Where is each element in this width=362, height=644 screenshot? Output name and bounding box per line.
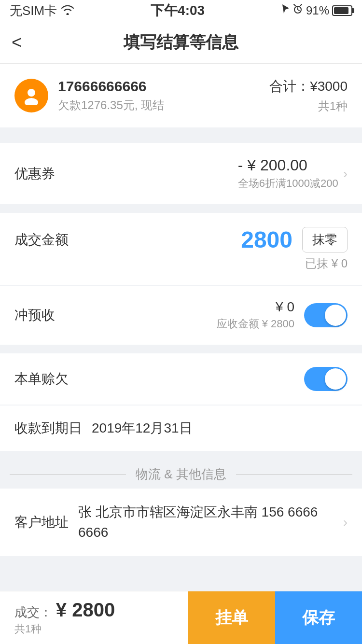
- debt-section: 本单赊欠: [0, 353, 362, 405]
- prepay-value-block: ¥ 0 应收金额 ¥ 2800: [217, 299, 294, 331]
- deal-amount-label: 成交金额: [14, 231, 69, 249]
- status-left: 无SIM卡: [10, 2, 74, 19]
- back-button[interactable]: <: [12, 32, 22, 53]
- status-time: 下午4:03: [151, 1, 205, 20]
- prepay-value: ¥ 0: [217, 299, 294, 315]
- svg-point-6: [25, 98, 38, 105]
- wifi-icon: [61, 3, 74, 18]
- divider-4: [0, 452, 362, 460]
- logistics-divider: 物流 & 其他信息: [0, 460, 362, 489]
- svg-point-5: [28, 89, 35, 97]
- avatar: [14, 79, 48, 112]
- coupon-row[interactable]: 优惠券 - ¥ 200.00 全场6折满1000减200 ›: [0, 143, 362, 204]
- alarm-icon: [292, 4, 303, 17]
- address-section[interactable]: 客户地址 张 北京市市辖区海淀区永丰南 156 6666 6666 ›: [0, 489, 362, 556]
- bottom-summary: 成交： ¥ 2800 共1种: [0, 599, 188, 636]
- coupon-arrow-icon: ›: [343, 166, 348, 182]
- coupon-discount: - ¥ 200.00: [238, 156, 338, 174]
- duedate-label: 收款到期日: [14, 419, 82, 437]
- logistics-text: 物流 & 其他信息: [136, 466, 226, 483]
- svg-line-4: [300, 4, 302, 6]
- divider-1: [0, 135, 362, 143]
- debt-toggle-knob: [325, 368, 346, 390]
- amount-right: 2800 抹零: [241, 226, 348, 253]
- toggle-knob: [325, 305, 346, 326]
- debt-toggle[interactable]: [304, 367, 348, 391]
- divider-2: [0, 205, 362, 213]
- prepay-right: ¥ 0 应收金额 ¥ 2800: [217, 299, 348, 331]
- total-types: 共1种: [269, 98, 348, 114]
- address-label: 客户地址: [14, 513, 69, 532]
- address-value: 张 北京市市辖区海淀区永丰南 156 6666 6666: [78, 502, 334, 543]
- duedate-value: 2019年12月31日: [92, 419, 193, 437]
- carrier-label: 无SIM卡: [10, 2, 57, 19]
- deal-amount-value: 2800: [241, 226, 292, 253]
- round-button[interactable]: 抹零: [302, 227, 348, 252]
- prepay-toggle[interactable]: [304, 303, 348, 327]
- battery-percentage: 91%: [306, 4, 329, 17]
- battery-icon: [332, 5, 352, 16]
- duedate-section: 收款到期日 2019年12月31日: [0, 406, 362, 451]
- bottom-types: 共1种: [14, 622, 174, 636]
- hang-button[interactable]: 挂单: [188, 591, 275, 644]
- prepay-sub: 应收金额 ¥ 2800: [217, 317, 294, 331]
- status-right: 91%: [281, 4, 352, 17]
- bottom-bar: 成交： ¥ 2800 共1种 挂单 保存: [0, 591, 362, 644]
- bottom-amount: ¥ 2800: [56, 599, 115, 620]
- customer-card: 17666666666 欠款1276.35元, 现结 合计：¥3000 共1种: [0, 64, 362, 127]
- save-button[interactable]: 保存: [275, 591, 362, 644]
- prepay-section: 冲预收 ¥ 0 应收金额 ¥ 2800: [0, 286, 362, 345]
- divider-3: [0, 346, 362, 353]
- deal-amount-section: 成交金额 2800 抹零 已抹 ¥ 0: [0, 213, 362, 285]
- customer-right: 合计：¥3000 共1种: [269, 77, 348, 114]
- customer-info: 17666666666 欠款1276.35元, 现结: [58, 78, 164, 113]
- location-icon: [281, 4, 290, 17]
- customer-phone: 17666666666: [58, 78, 164, 95]
- coupon-label: 优惠券: [14, 165, 55, 183]
- customer-left: 17666666666 欠款1276.35元, 现结: [14, 78, 164, 113]
- address-arrow-icon: ›: [343, 515, 348, 530]
- debt-label: 本单赊欠: [14, 370, 69, 388]
- svg-line-3: [294, 4, 295, 6]
- svg-line-2: [298, 10, 299, 11]
- total-amount: 合计：¥3000: [269, 77, 348, 96]
- amount-row: 成交金额 2800 抹零: [14, 226, 348, 253]
- nav-bar: < 填写结算等信息: [0, 21, 362, 64]
- page-title: 填写结算等信息: [124, 31, 238, 54]
- coupon-right: - ¥ 200.00 全场6折满1000减200 ›: [238, 156, 348, 191]
- deal-amount-sub: 已抹 ¥ 0: [14, 256, 348, 271]
- status-bar: 无SIM卡 下午4:03 91%: [0, 0, 362, 21]
- prepay-label: 冲预收: [14, 306, 55, 324]
- customer-debt: 欠款1276.35元, 现结: [58, 98, 164, 113]
- bottom-deal-label: 成交：: [14, 605, 52, 619]
- coupon-desc: 全场6折满1000减200: [238, 176, 338, 191]
